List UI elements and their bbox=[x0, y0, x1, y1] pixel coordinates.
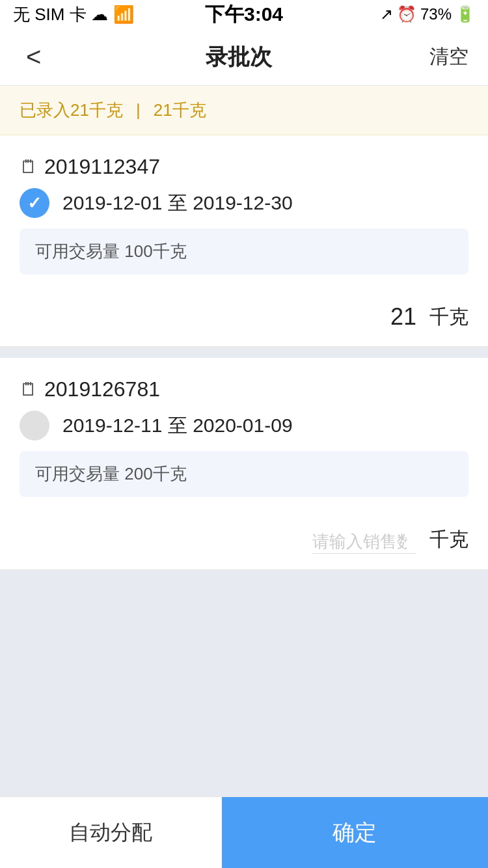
amount-value-1: 21 bbox=[390, 303, 416, 331]
checkbox-1[interactable]: ✓ bbox=[20, 188, 49, 218]
doc-icon-2: 🗒 bbox=[20, 379, 38, 400]
battery-icon: 🔋 bbox=[455, 5, 475, 23]
item-date-1: 2019-12-01 至 2019-12-30 bbox=[62, 190, 293, 217]
summary-recorded: 已录入21千克 bbox=[20, 99, 123, 122]
amount-unit-1: 千克 bbox=[429, 304, 468, 331]
item-header-2: 🗒 2019126781 bbox=[20, 377, 468, 401]
bottom-buttons: 自动分配 确定 bbox=[0, 796, 488, 868]
auto-distribute-button[interactable]: 自动分配 bbox=[0, 797, 222, 868]
summary-divider: | bbox=[136, 100, 141, 120]
sales-quantity-input[interactable] bbox=[312, 526, 416, 554]
item-id-2: 2019126781 bbox=[44, 377, 160, 401]
check-icon-1: ✓ bbox=[27, 193, 42, 213]
wifi-icon: 📶 bbox=[113, 5, 134, 25]
item-date-2: 2019-12-11 至 2020-01-09 bbox=[62, 413, 293, 439]
item-available-2: 可用交易量 200千克 bbox=[20, 451, 468, 497]
item-available-1: 可用交易量 100千克 bbox=[20, 228, 468, 275]
location-icon: ↗ bbox=[380, 5, 393, 23]
item-row-2: 2019-12-11 至 2020-01-09 bbox=[20, 411, 468, 441]
back-icon: < bbox=[26, 42, 41, 71]
status-bar: 无 SIM 卡 ☁ 📶 下午3:04 ↗ ⏰ 73% 🔋 bbox=[0, 0, 488, 29]
item-id-1: 2019112347 bbox=[44, 155, 160, 179]
summary-bar: 已录入21千克 | 21千克 bbox=[0, 86, 488, 135]
alarm-icon: ⏰ bbox=[397, 5, 416, 23]
amount-row-2: 千克 bbox=[0, 510, 488, 569]
content-wrapper: 已录入21千克 | 21千克 🗒 2019112347 ✓ 2019-12-01… bbox=[0, 86, 488, 868]
checkbox-2[interactable] bbox=[20, 411, 49, 441]
status-right: ↗ ⏰ 73% 🔋 bbox=[380, 5, 475, 23]
amount-unit-2: 千克 bbox=[429, 526, 468, 553]
item-row-1: ✓ 2019-12-01 至 2019-12-30 bbox=[20, 188, 468, 218]
batch-item-2: 🗒 2019126781 2019-12-11 至 2020-01-09 可用交… bbox=[0, 358, 488, 510]
status-time: 下午3:04 bbox=[205, 1, 283, 28]
section-divider bbox=[0, 347, 488, 358]
status-left: 无 SIM 卡 ☁ 📶 bbox=[13, 3, 134, 26]
item-header-1: 🗒 2019112347 bbox=[20, 155, 468, 179]
page-title: 录批次 bbox=[206, 42, 272, 72]
doc-icon-1: 🗒 bbox=[20, 156, 38, 178]
nav-bar: < 录批次 清空 bbox=[0, 29, 488, 86]
amount-row-1: 21 千克 bbox=[0, 288, 488, 346]
summary-total: 21千克 bbox=[154, 99, 206, 122]
battery-text: 73% bbox=[420, 5, 452, 23]
sim-text: 无 SIM 卡 ☁ bbox=[13, 3, 108, 26]
confirm-button[interactable]: 确定 bbox=[222, 797, 488, 868]
clear-button[interactable]: 清空 bbox=[429, 44, 468, 70]
back-button[interactable]: < bbox=[20, 36, 47, 78]
batch-item-1: 🗒 2019112347 ✓ 2019-12-01 至 2019-12-30 可… bbox=[0, 135, 488, 288]
